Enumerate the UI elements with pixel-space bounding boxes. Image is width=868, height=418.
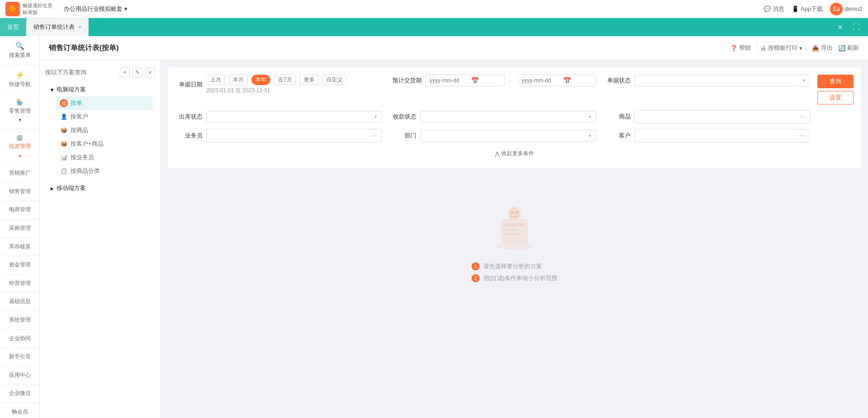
tree-children: 按 按单 👤 按客户 📦 按商品	[47, 96, 153, 178]
by-salesperson-icon: 📊	[60, 153, 68, 162]
sidebar-item-finance[interactable]: 资金管理	[0, 256, 39, 275]
sidebar-item-corpwechat[interactable]: 企业微信	[0, 385, 39, 403]
sidebar-item-corp[interactable]: 企业协同	[0, 330, 39, 348]
by-order-icon: 按	[60, 99, 68, 107]
date-btn-custom[interactable]: 自定义	[322, 75, 347, 85]
export-button[interactable]: 📤 导出	[812, 44, 833, 52]
date-btn-more[interactable]: 更多	[300, 75, 319, 85]
main-layout: 🔍 搜索菜单 ⚡ 快捷导航 🏪 零售管理 ▾ 🏢 批发管理 ▴ 营销推广 销售管…	[0, 36, 868, 418]
sidebar-item-wholesale[interactable]: 🏢 批发管理 ▴	[0, 129, 39, 164]
svg-point-5	[508, 207, 521, 220]
tab-home[interactable]: 首页	[0, 18, 26, 36]
print-arrow-icon: ▾	[799, 45, 802, 52]
top-bar-right: 💬 消息 📱 App下载 Ea demo2	[764, 3, 863, 15]
tree-item-by-customer-product[interactable]: 📦 按客户+商品	[56, 137, 153, 151]
print-button[interactable]: 🖨 按模板打印 ▾	[756, 42, 807, 54]
empty-tips: 1 请先选择要分析的方案 2 用[过滤]条件来缩小分析范围	[472, 262, 557, 282]
empty-tip-1: 1 请先选择要分析的方案	[472, 262, 557, 271]
calendar-start-icon[interactable]: 📅	[471, 77, 479, 84]
department-arrow-icon: ▾	[589, 133, 591, 139]
sidebar-item-inventory[interactable]: 库存核算	[0, 238, 39, 256]
date-buttons-row: 上月 本月 本年 近7天 更多 自定义	[206, 75, 347, 85]
date-btn-7days[interactable]: 近7天	[274, 75, 296, 85]
date-btn-this-year[interactable]: 本年	[251, 75, 270, 85]
sidebar-item-quicknav[interactable]: ⚡ 快捷导航	[0, 65, 39, 94]
query-button[interactable]: 查询	[817, 75, 854, 88]
logo-area: 🔶 畅捷通好生意 标准版	[5, 2, 52, 16]
product-input[interactable]: ···	[634, 110, 810, 124]
tab-close-button[interactable]: ×	[78, 24, 81, 30]
sidebar-item-retail[interactable]: 🏪 零售管理 ▾	[0, 94, 39, 129]
sidebar-item-basic[interactable]: 基础信息	[0, 293, 39, 311]
salesperson-input[interactable]: ···	[206, 129, 382, 142]
department-select[interactable]: ▾	[420, 130, 596, 142]
collapse-filters-button[interactable]: ⋀ 收起更多条件	[175, 146, 854, 161]
customer-input[interactable]: ···	[634, 129, 810, 142]
tree-item-by-customer[interactable]: 👤 按客户	[56, 110, 153, 124]
sidebar: 🔍 搜索菜单 ⚡ 快捷导航 🏪 零售管理 ▾ 🏢 批发管理 ▴ 营销推广 销售管…	[0, 36, 40, 418]
ship-status-select[interactable]: ▾	[206, 111, 382, 123]
maximize-window-button[interactable]: ⛶	[850, 21, 863, 33]
tree-mobile-expand-icon: ▸	[51, 185, 54, 192]
scheme-panel-header: 按以下方案查询 + ✎ «	[40, 66, 160, 81]
by-customer-product-icon: 📦	[60, 140, 68, 148]
sidebar-item-appcenter[interactable]: 应用中心	[0, 366, 39, 385]
tree-item-by-salesperson[interactable]: 📊 按业务员	[56, 151, 153, 164]
sidebar-item-operation[interactable]: 经营管理	[0, 275, 39, 293]
date-btn-last-month[interactable]: 上月	[206, 75, 225, 85]
tree-pc-header[interactable]: ▾ 电脑端方案	[47, 83, 153, 96]
refresh-button[interactable]: 🔄 刷新	[838, 44, 859, 52]
calendar-end-icon[interactable]: 📅	[563, 77, 571, 84]
app-selector[interactable]: 办公用品行业模拟账套 ▾	[58, 5, 127, 13]
tab-sales-order-stats[interactable]: 销售订单统计表 ×	[26, 18, 89, 36]
sidebar-item-newbie[interactable]: 新手引导	[0, 348, 39, 366]
sidebar-item-marketing[interactable]: 营销推广	[0, 164, 39, 183]
expected-date-end[interactable]: 📅	[518, 75, 596, 86]
tree-mobile-header[interactable]: ▸ 移动端方案	[47, 181, 153, 195]
sidebar-item-purchase[interactable]: 采购管理	[0, 219, 39, 238]
help-icon: ❓	[730, 45, 737, 52]
inner-layout: 按以下方案查询 + ✎ « ▾ 电脑端方案	[40, 60, 868, 418]
sidebar-item-system[interactable]: 系统管理	[0, 311, 39, 330]
collapse-panel-button[interactable]: «	[145, 67, 155, 77]
empty-illustration	[487, 201, 542, 255]
status-select[interactable]: ▾	[634, 75, 810, 86]
add-scheme-button[interactable]: +	[120, 67, 130, 77]
retail-icon: 🏪	[16, 99, 23, 105]
svg-rect-2	[505, 223, 524, 226]
product-label: 商品	[604, 113, 631, 121]
sidebar-item-search[interactable]: 🔍 搜索菜单	[0, 36, 39, 65]
expected-date-start-input[interactable]	[429, 77, 469, 84]
settings-button[interactable]: 设置	[817, 91, 854, 104]
customer-more-icon[interactable]: ···	[799, 132, 805, 140]
user-menu[interactable]: Ea demo2	[830, 3, 863, 15]
message-button[interactable]: 💬 消息	[764, 5, 784, 13]
right-panel: 单据日期 上月 本月 本年 近7天 更多 自定义 20	[161, 60, 868, 418]
download-icon: 📱	[792, 5, 799, 12]
sidebar-item-member[interactable]: 畅会员	[0, 403, 39, 418]
edit-scheme-button[interactable]: ✎	[132, 67, 142, 77]
svg-rect-3	[505, 229, 518, 231]
page-header: 销售订单统计表(按单) ❓ 帮助 🖨 按模板打印 ▾ 📤 导出 🔄 刷新	[40, 36, 868, 60]
salesperson-more-icon[interactable]: ···	[371, 132, 377, 140]
app-download-button[interactable]: 📱 App下载	[792, 5, 823, 13]
avatar: Ea	[830, 3, 843, 15]
tree-item-by-product-category[interactable]: 📋 按商品分类	[56, 164, 153, 178]
svg-point-7	[515, 211, 518, 214]
expected-date-start[interactable]: 📅	[425, 75, 504, 86]
date-range-display: 2023-01-01 至 2023-12-31	[206, 87, 347, 95]
product-more-icon[interactable]: ···	[799, 113, 805, 121]
close-window-button[interactable]: ✕	[834, 21, 846, 33]
tree-pc-parent: ▾ 电脑端方案 按 按单 👤 按客户	[43, 81, 157, 180]
filter-card: 单据日期 上月 本月 本年 近7天 更多 自定义 20	[168, 67, 861, 168]
payment-status-select[interactable]: ▾	[420, 111, 596, 123]
tree-item-by-product[interactable]: 📦 按商品	[56, 124, 153, 137]
query-actions: 查询 设置	[817, 75, 854, 104]
date-btn-this-month[interactable]: 本月	[229, 75, 248, 85]
sidebar-item-sales[interactable]: 销售管理	[0, 183, 39, 201]
help-button[interactable]: ❓ 帮助	[730, 44, 751, 52]
by-product-icon: 📦	[60, 126, 68, 134]
sidebar-item-ecommerce[interactable]: 电商管理	[0, 201, 39, 219]
tree-item-by-order[interactable]: 按 按单	[56, 96, 153, 110]
expected-date-end-input[interactable]	[522, 77, 561, 84]
